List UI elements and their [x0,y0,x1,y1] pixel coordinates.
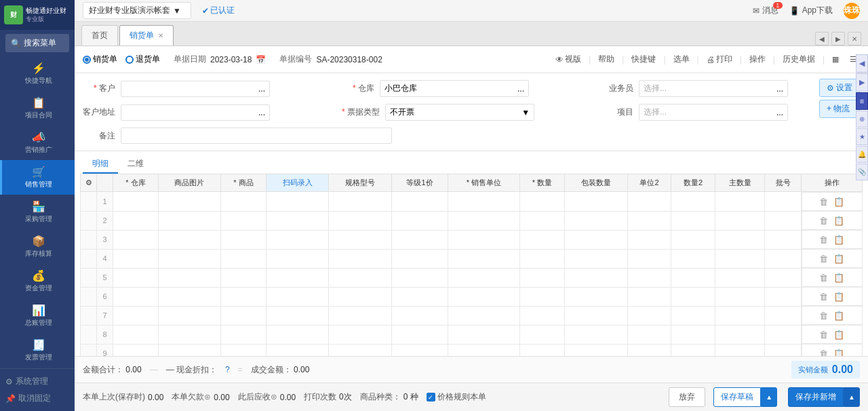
row-spec[interactable] [329,268,391,287]
salesperson-dots-icon[interactable]: ... [776,84,783,94]
row-goods[interactable] [221,192,267,212]
discard-button[interactable]: 放弃 [669,387,705,407]
row-pack-qty[interactable] [565,344,627,356]
row-unit2[interactable] [627,325,671,344]
row-batch[interactable] [765,249,802,268]
right-panel-btn-6[interactable]: 📎 [856,163,868,180]
row-qty2[interactable] [671,249,715,268]
row-image[interactable] [158,306,220,325]
row-barcode[interactable] [266,268,328,287]
row-batch[interactable] [765,230,802,249]
help-button[interactable]: 帮助 [595,52,618,67]
row-pack-qty[interactable] [565,192,627,212]
row-warehouse[interactable] [113,268,159,287]
tab-close-all-button[interactable]: ✕ [848,32,861,45]
row-barcode[interactable] [266,344,328,356]
row-quantity[interactable] [519,306,565,325]
row-delete-button[interactable]: 🗑 [818,329,829,340]
row-spec[interactable] [329,192,391,212]
row-barcode[interactable] [266,325,328,344]
customer-input[interactable]: ... [121,81,270,97]
row-unit2[interactable] [627,211,671,230]
row-price1[interactable] [391,268,448,287]
sidebar-item-sales[interactable]: 🛒 销售管理 [0,160,75,195]
note-input[interactable] [121,128,392,144]
row-qty2[interactable] [671,325,715,344]
right-panel-btn-4[interactable]: ★ [856,128,868,145]
row-warehouse[interactable] [113,211,159,230]
radio-return[interactable]: 退货单 [125,54,160,65]
customer-dots-icon[interactable]: ... [258,84,265,94]
row-image[interactable] [158,287,220,306]
row-copy-button[interactable]: 📋 [832,272,846,283]
sidebar-item-inventory[interactable]: 📦 库存核算 [0,229,75,264]
row-goods[interactable] [221,211,267,230]
shortcut-button[interactable]: 快捷键 [628,52,659,67]
row-quantity[interactable] [519,268,565,287]
tab-prev-button[interactable]: ◀ [815,32,829,45]
save-new-button[interactable]: 保存并新增 [788,387,844,407]
row-barcode[interactable] [266,192,328,212]
row-copy-button[interactable]: 📋 [832,196,846,208]
row-spec[interactable] [329,287,391,306]
row-pack-qty[interactable] [565,268,627,287]
tab-next-button[interactable]: ▶ [831,32,845,45]
row-image[interactable] [158,230,220,249]
row-goods[interactable] [221,344,267,356]
row-quantity[interactable] [519,192,565,212]
row-unit[interactable] [448,268,519,287]
message-button[interactable]: ✉ 消息 1 [753,5,778,16]
row-warehouse[interactable] [113,287,159,306]
row-price1[interactable] [391,249,448,268]
row-qty2[interactable] [671,306,715,325]
row-pack-qty[interactable] [565,249,627,268]
row-batch[interactable] [765,306,802,325]
row-delete-button[interactable]: 🗑 [818,272,829,283]
row-price1[interactable] [391,306,448,325]
row-barcode[interactable] [266,306,328,325]
row-pack-qty[interactable] [565,287,627,306]
row-pack-qty[interactable] [565,325,627,344]
row-unit2[interactable] [627,287,671,306]
row-delete-button[interactable]: 🗑 [818,234,829,246]
row-warehouse[interactable] [113,230,159,249]
row-copy-button[interactable]: 📋 [832,348,846,357]
add-logistics-button[interactable]: + 物流 [819,100,860,118]
row-unit[interactable] [448,249,519,268]
row-price1[interactable] [391,230,448,249]
row-goods[interactable] [221,268,267,287]
row-quantity[interactable] [519,230,565,249]
row-batch[interactable] [765,287,802,306]
company-select[interactable]: 好业财专业版演示帐套 ▼ [83,2,191,19]
row-warehouse[interactable] [113,306,159,325]
row-image[interactable] [158,211,220,230]
sidebar-item-accounts[interactable]: 📊 总账管理 [0,298,75,333]
row-spec[interactable] [329,344,391,356]
sidebar-item-marketing[interactable]: 📣 营销推广 [0,125,75,160]
row-image[interactable] [158,249,220,268]
row-batch[interactable] [765,344,802,356]
row-goods[interactable] [221,306,267,325]
row-qty2[interactable] [671,344,715,356]
row-spec[interactable] [329,306,391,325]
row-goods[interactable] [221,325,267,344]
row-image[interactable] [158,344,220,356]
row-warehouse[interactable] [113,325,159,344]
select-button[interactable]: 选单 [670,52,693,67]
row-main-qty[interactable] [715,306,765,325]
row-delete-button[interactable]: 🗑 [818,253,829,265]
row-barcode[interactable] [266,211,328,230]
help-icon-discount[interactable]: ? [225,365,230,374]
row-quantity[interactable] [519,325,565,344]
setup-button[interactable]: ⚙ 设置 [819,79,860,97]
row-main-qty[interactable] [715,268,765,287]
col-settings[interactable]: ⚙ [81,174,97,192]
row-pack-qty[interactable] [565,306,627,325]
row-spec[interactable] [329,249,391,268]
row-qty2[interactable] [671,192,715,212]
row-copy-button[interactable]: 📋 [832,215,846,227]
save-draft-dropdown[interactable]: ▲ [761,387,777,407]
row-price1[interactable] [391,211,448,230]
row-goods[interactable] [221,230,267,249]
row-unit2[interactable] [627,306,671,325]
